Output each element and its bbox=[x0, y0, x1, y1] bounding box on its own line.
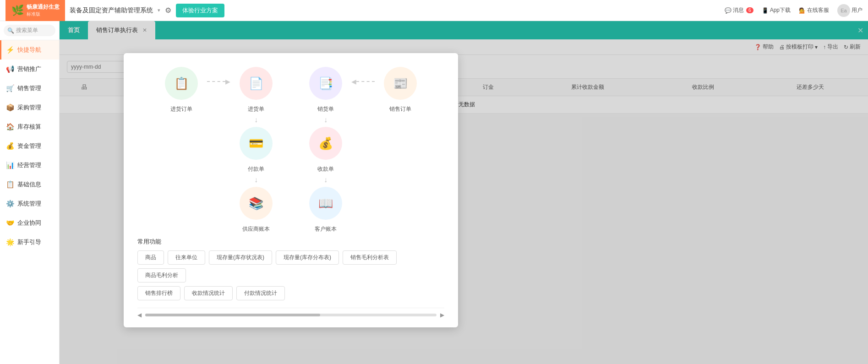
modal-overlay[interactable]: 📋 进货订单 ▶ 📄 进货单 bbox=[60, 21, 868, 364]
supplier-ledger-label: 供应商账本 bbox=[242, 225, 270, 233]
sidebar-item-operations[interactable]: 📊 经营管理 bbox=[0, 156, 59, 175]
top-bar: 🌿 畅康通好生意 标准版 装备及固定资产辅助管理系统 ▾ ⚙ 体验行业方案 💬 … bbox=[0, 0, 868, 21]
sidebar-item-sales[interactable]: 🛒 销售管理 bbox=[0, 79, 59, 98]
online-service-btn[interactable]: 💁 在线客服 bbox=[799, 6, 829, 14]
nav-label-sales: 销售管理 bbox=[17, 84, 41, 92]
arrow-down-1: ↓ bbox=[254, 113, 258, 127]
settings-icon[interactable]: ⚙ bbox=[165, 6, 171, 15]
func-buttons-row1: 商品 往来单位 现存量(库存状况表) 现存量(库存分布表) 销售毛利分析表 商品… bbox=[137, 250, 444, 283]
func-btn-sales-margin[interactable]: 销售毛利分析表 bbox=[343, 250, 397, 265]
common-funcs-section: 常用功能 商品 往来单位 现存量(库存状况表) 现存量(库存分布表) 销售毛利分… bbox=[137, 238, 444, 300]
nav-label-enterprise: 企业协同 bbox=[17, 219, 41, 227]
search-placeholder: 搜索菜单 bbox=[16, 27, 38, 34]
sales-order-icon: 📰 bbox=[384, 67, 417, 100]
nav-icon-system: ⚙️ bbox=[6, 200, 15, 208]
nav-label-operations: 经营管理 bbox=[17, 161, 41, 169]
nav-label-beginner: 新手引导 bbox=[17, 238, 41, 246]
logo-text-area: 畅康通好生意 标准版 bbox=[27, 3, 60, 17]
logo-area: 🌿 畅康通好生意 标准版 bbox=[5, 0, 65, 21]
user-menu[interactable]: Ea 用户 bbox=[837, 4, 863, 17]
search-icon: 🔍 bbox=[7, 27, 14, 34]
sidebar-item-quick-nav[interactable]: ⚡ 快捷导航 bbox=[0, 40, 59, 60]
col-sales-bill: 📑 销货单 ↓ 💰 收款单 ↓ 📖 客户账本 bbox=[300, 67, 351, 233]
purchase-bill-label: 进货单 bbox=[248, 105, 264, 113]
nav-label-system: 系统管理 bbox=[17, 200, 41, 208]
sidebar-item-finance[interactable]: 💰 资金管理 bbox=[0, 136, 59, 156]
flow-node-purchase-order[interactable]: 📋 进货订单 bbox=[156, 67, 207, 113]
func-buttons-row2: 销售排行榜 收款情况统计 付款情况统计 bbox=[137, 286, 444, 300]
quick-nav-modal: 📋 进货订单 ▶ 📄 进货单 bbox=[124, 53, 458, 327]
sidebar: 🔍 搜索菜单 ⚡ 快捷导航 📢 营销推广 🛒 销售管理 bbox=[0, 21, 60, 364]
message-icon: 💬 bbox=[725, 7, 732, 14]
flow-node-customer-ledger[interactable]: 📖 客户账本 bbox=[300, 187, 351, 233]
logo-icon: 🌿 bbox=[11, 5, 24, 16]
logo-sub: 标准版 bbox=[27, 11, 60, 17]
app-download-icon: 📱 bbox=[762, 7, 769, 14]
sidebar-search-btn[interactable]: 🔍 搜索菜单 bbox=[4, 25, 55, 36]
func-btn-stock-status[interactable]: 现存量(库存状况表) bbox=[209, 250, 272, 265]
nav-icon-purchase: 📦 bbox=[6, 103, 15, 112]
online-service-label: 在线客服 bbox=[807, 6, 829, 14]
arrow-salesorder-to-salesbill: ◀ bbox=[351, 67, 375, 85]
nav-label-purchase: 采购管理 bbox=[17, 103, 41, 112]
nav-icon-beginner: 🌟 bbox=[6, 238, 15, 246]
scroll-track[interactable] bbox=[145, 314, 437, 316]
scroll-right-arrow[interactable]: ▶ bbox=[440, 312, 444, 318]
func-btn-product[interactable]: 商品 bbox=[137, 250, 164, 265]
system-title-arrow[interactable]: ▾ bbox=[158, 7, 160, 13]
nav-label-finance: 资金管理 bbox=[17, 142, 41, 150]
flow-node-sales-order[interactable]: 📰 销售订单 bbox=[375, 67, 426, 113]
nav-icon-quick: ⚡ bbox=[6, 46, 15, 54]
arrow-down-2: ↓ bbox=[324, 113, 328, 127]
nav-label-inventory: 库存核算 bbox=[17, 123, 41, 131]
sidebar-item-inventory[interactable]: 🏠 库存核算 bbox=[0, 117, 59, 136]
purchase-order-icon: 📋 bbox=[165, 67, 198, 100]
nav-label-marketing: 营销推广 bbox=[17, 65, 41, 73]
modal-scrollbar: ◀ ▶ bbox=[137, 308, 444, 318]
func-btn-payment-stats[interactable]: 付款情况统计 bbox=[236, 286, 285, 300]
content-area: 首页 销售订单执行表 ✕ ✕ ❓ 帮助 bbox=[60, 21, 868, 364]
app-download-label: App下载 bbox=[770, 6, 791, 14]
func-btn-receipt-stats[interactable]: 收款情况统计 bbox=[184, 286, 233, 300]
func-btn-product-margin[interactable]: 商品毛利分析 bbox=[137, 268, 186, 283]
sidebar-item-beginner[interactable]: 🌟 新手引导 bbox=[0, 233, 59, 252]
sidebar-item-purchase[interactable]: 📦 采购管理 bbox=[0, 98, 59, 117]
message-label: 消息 bbox=[733, 6, 744, 14]
flow-node-supplier-ledger[interactable]: 📚 供应商账本 bbox=[230, 187, 282, 233]
func-btn-partner[interactable]: 往来单位 bbox=[168, 250, 205, 265]
func-btn-sales-rank[interactable]: 销售排行榜 bbox=[137, 286, 180, 300]
sidebar-search-area: 🔍 搜索菜单 bbox=[0, 21, 59, 40]
message-badge: 6 bbox=[746, 7, 753, 13]
arrow-purchase-to-bill: ▶ bbox=[207, 67, 230, 85]
func-btn-stock-dist[interactable]: 现存量(库存分布表) bbox=[276, 250, 339, 265]
sidebar-item-marketing[interactable]: 📢 营销推广 bbox=[0, 60, 59, 79]
nav-icon-finance: 💰 bbox=[6, 142, 15, 150]
app-download-btn[interactable]: 📱 App下载 bbox=[762, 6, 791, 14]
message-btn[interactable]: 💬 消息 6 bbox=[725, 6, 753, 14]
sidebar-item-system[interactable]: ⚙️ 系统管理 bbox=[0, 194, 59, 213]
sidebar-nav: ⚡ 快捷导航 📢 营销推广 🛒 销售管理 📦 采购管理 🏠 库存核算 bbox=[0, 40, 59, 364]
receipt-label: 收款单 bbox=[317, 165, 334, 173]
col-purchase-bill: 📄 进货单 ↓ 💳 付款单 ↓ 📚 供应商账本 bbox=[230, 67, 282, 233]
scroll-left-arrow[interactable]: ◀ bbox=[137, 312, 142, 318]
nav-icon-sales: 🛒 bbox=[6, 84, 15, 92]
online-service-icon: 💁 bbox=[799, 7, 806, 14]
top-bar-left: 🌿 畅康通好生意 标准版 装备及固定资产辅助管理系统 ▾ ⚙ 体验行业方案 bbox=[5, 0, 224, 21]
sidebar-item-enterprise[interactable]: 🤝 企业协同 bbox=[0, 213, 59, 233]
flow-node-receipt[interactable]: 💰 收款单 bbox=[300, 127, 351, 173]
user-name: 用户 bbox=[852, 6, 863, 14]
nav-icon-operations: 📊 bbox=[6, 161, 15, 169]
payment-icon: 💳 bbox=[240, 127, 273, 160]
sidebar-item-basic-info[interactable]: 📋 基础信息 bbox=[0, 175, 59, 194]
scroll-thumb bbox=[145, 314, 320, 316]
flow-node-sales-bill[interactable]: 📑 销货单 bbox=[300, 67, 351, 113]
arrow-down-3: ↓ bbox=[254, 173, 258, 187]
flow-node-payment[interactable]: 💳 付款单 bbox=[230, 127, 282, 173]
logo-text: 畅康通好生意 bbox=[27, 3, 60, 11]
flow-node-purchase-bill[interactable]: 📄 进货单 bbox=[230, 67, 282, 113]
system-title: 装备及固定资产辅助管理系统 bbox=[70, 6, 153, 15]
nav-label-quick: 快捷导航 bbox=[17, 46, 41, 54]
nav-icon-marketing: 📢 bbox=[6, 65, 15, 73]
customer-ledger-label: 客户账本 bbox=[315, 225, 337, 233]
experience-btn[interactable]: 体验行业方案 bbox=[176, 4, 224, 17]
